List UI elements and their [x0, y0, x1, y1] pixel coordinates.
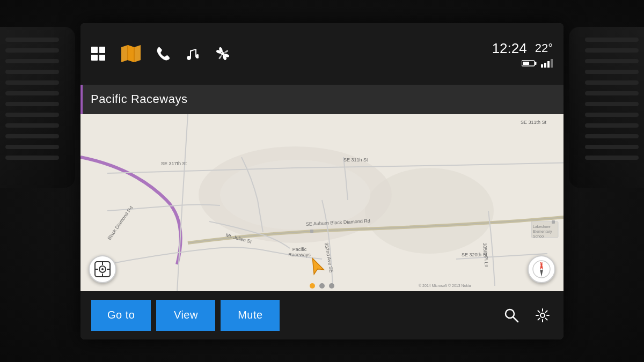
- svg-text:© 2014 Microsoft  © 2013 Nokia: © 2014 Microsoft © 2013 Nokia: [419, 284, 471, 287]
- main-screen: 12:24 22° Pacific Raceways: [80, 23, 564, 339]
- location-text: Pacific Raceways: [91, 92, 187, 106]
- svg-text:N: N: [540, 262, 543, 265]
- svg-text:Pacific: Pacific: [292, 247, 307, 252]
- svg-line-48: [513, 317, 518, 322]
- svg-marker-1: [128, 45, 134, 62]
- settings-button[interactable]: [532, 305, 553, 326]
- phone-icon[interactable]: [157, 46, 171, 61]
- svg-rect-7: [523, 62, 529, 65]
- locate-button[interactable]: [89, 255, 116, 283]
- location-bar[interactable]: Pacific Raceways: [80, 85, 564, 114]
- dot-1: [310, 283, 315, 289]
- svg-text:Lakeshore: Lakeshore: [533, 225, 551, 228]
- top-bar: 12:24 22°: [80, 23, 564, 85]
- clock: 12:24: [492, 40, 527, 57]
- vent-right: [569, 27, 644, 188]
- nav-icons: [91, 45, 231, 62]
- search-button[interactable]: [501, 305, 522, 326]
- fan-icon[interactable]: [215, 46, 231, 62]
- settings-icon: [535, 308, 550, 323]
- svg-point-49: [540, 313, 545, 317]
- bottom-right-icons: [501, 305, 553, 326]
- svg-text:Elementary: Elementary: [533, 230, 552, 234]
- svg-rect-11: [551, 59, 553, 68]
- dot-2: [319, 283, 325, 289]
- signal-icon: [541, 59, 553, 68]
- compass-icon: N: [532, 260, 551, 279]
- music-icon[interactable]: [187, 46, 199, 61]
- svg-rect-10: [547, 61, 550, 68]
- maps-icon[interactable]: [121, 45, 141, 62]
- vent-left: [0, 27, 75, 188]
- svg-point-38: [101, 268, 104, 270]
- map-svg: SE Auburn Black Diamond Rd SE 317th St B…: [80, 114, 564, 291]
- temperature: 22°: [535, 41, 553, 55]
- svg-text:SE 311th St: SE 311th St: [521, 120, 547, 125]
- status-icons: [522, 59, 553, 68]
- svg-rect-27: [310, 230, 313, 233]
- view-button[interactable]: View: [156, 300, 215, 331]
- windows-icon[interactable]: [91, 47, 105, 61]
- search-icon: [504, 308, 519, 323]
- compass-button[interactable]: N: [528, 255, 555, 283]
- map-area[interactable]: SE Auburn Black Diamond Rd SE 317th St B…: [80, 114, 564, 291]
- locate-icon: [94, 261, 111, 278]
- svg-text:SE 320th St: SE 320th St: [462, 252, 488, 257]
- bottom-bar: Go to View Mute: [80, 291, 564, 339]
- battery-icon: [522, 60, 537, 67]
- svg-rect-33: [552, 220, 555, 224]
- time-temp-display: 12:24 22°: [492, 40, 553, 57]
- svg-rect-9: [544, 63, 546, 68]
- svg-text:SE 311h St: SE 311h St: [343, 157, 368, 162]
- svg-text:Raceways: Raceways: [288, 252, 311, 257]
- svg-rect-8: [541, 64, 543, 68]
- page-indicators: [310, 283, 334, 289]
- svg-text:SE 317th St: SE 317th St: [161, 161, 187, 166]
- mute-button[interactable]: Mute: [221, 300, 280, 331]
- svg-rect-6: [535, 62, 537, 65]
- top-right-status: 12:24 22°: [492, 40, 553, 68]
- svg-text:School: School: [533, 234, 545, 238]
- goto-button[interactable]: Go to: [91, 300, 151, 331]
- dot-3: [329, 283, 334, 289]
